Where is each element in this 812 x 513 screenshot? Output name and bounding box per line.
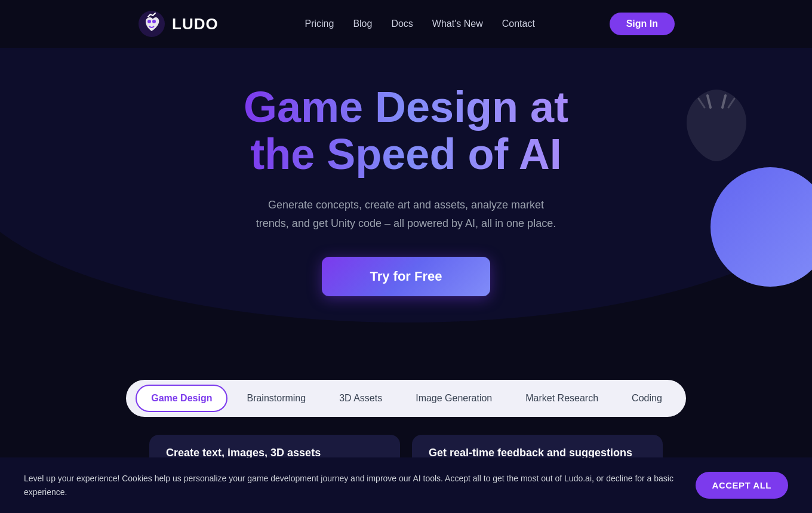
hero-content: Game Design at the Speed of AI Generate … [244,84,568,296]
tab-3d-assets[interactable]: 3D Assets [325,386,396,411]
mascot-decoration [681,84,752,167]
nav-link-blog[interactable]: Blog [353,19,372,29]
nav-link-docs[interactable]: Docs [391,19,413,29]
feature-card-feedback-label: Get real-time feedback and suggestions [429,447,632,459]
tab-brainstorming[interactable]: Brainstorming [232,386,320,411]
tabs-section: Game Design Brainstorming 3D Assets Imag… [0,368,812,417]
feature-card-create-label: Create text, images, 3D assets [166,447,321,459]
hero-section: Game Design at the Speed of AI Generate … [0,48,812,344]
nav-link-pricing[interactable]: Pricing [304,19,334,29]
navbar: LUDO Pricing Blog Docs What's New Contac… [0,0,812,48]
cookie-text: Level up your experience! Cookies help u… [24,472,678,499]
nav-link-whats-new[interactable]: What's New [432,19,483,29]
svg-point-1 [147,20,151,23]
tab-market-research[interactable]: Market Research [511,386,613,411]
accept-all-button[interactable]: ACCEPT ALL [696,472,788,499]
sign-in-button[interactable]: Sign In [610,13,675,35]
tab-image-generation[interactable]: Image Generation [401,386,506,411]
try-free-button[interactable]: Try for Free [322,257,490,296]
tab-game-design[interactable]: Game Design [136,385,227,412]
logo-icon [137,10,166,38]
nav-links: Pricing Blog Docs What's New Contact [254,19,586,29]
nav-link-contact[interactable]: Contact [502,19,535,29]
hero-subtitle: Generate concepts, create art and assets… [245,196,567,232]
tab-coding[interactable]: Coding [617,386,676,411]
logo[interactable]: LUDO [137,10,219,38]
svg-point-2 [152,20,156,23]
logo-text: LUDO [172,15,219,33]
hero-title: Game Design at the Speed of AI [244,84,568,178]
cookie-banner: Level up your experience! Cookies help u… [0,457,812,513]
tabs-bar: Game Design Brainstorming 3D Assets Imag… [126,380,686,417]
